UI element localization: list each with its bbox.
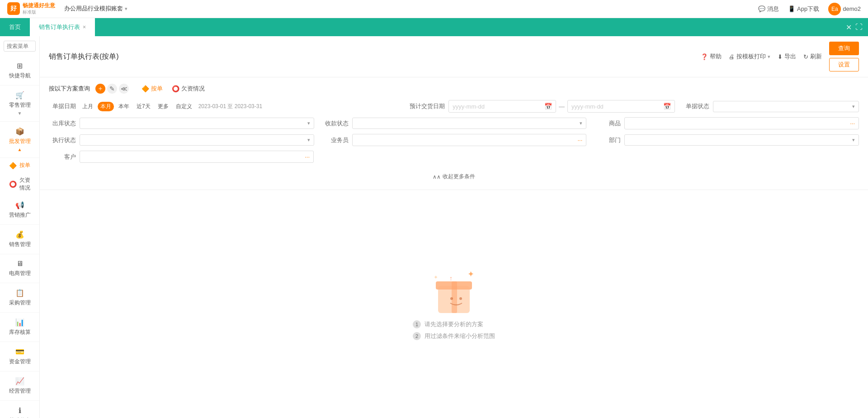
date-btn-last-7-days[interactable]: 近7天 [134, 102, 153, 111]
sidebar-search-area [0, 36, 39, 56]
tab-spacer [95, 18, 840, 36]
customer-ellipsis-icon: ··· [305, 153, 310, 160]
sidebar-item-basic-info[interactable]: ℹ 基础信息 [0, 401, 39, 418]
sidebar-sub-item-order[interactable]: 🔶 按单 [0, 158, 39, 173]
goods-label: 商品 [594, 119, 621, 128]
date-end-icon: 📅 [663, 103, 671, 110]
date-btn-this-year[interactable]: 本年 [116, 102, 132, 111]
date-btn-last-month[interactable]: 上月 [80, 102, 96, 111]
window-expand-icon[interactable]: ⛶ [855, 23, 863, 31]
wholesale-icon: 📦 [15, 127, 24, 136]
plan-actions: ＋ ✎ ≪ [95, 84, 129, 94]
company-name[interactable]: 办公用品行业模拟账套 ▾ [64, 5, 127, 13]
nav-tabs: 首页 销售订单执行表 × ✕ ⛶ [0, 18, 868, 36]
date-separator: — [559, 103, 565, 110]
receipt-status-select[interactable]: ▾ [352, 118, 587, 129]
operation-icon: 📈 [15, 377, 24, 385]
empty-illustration: ✦ ✦ ↑ [431, 268, 476, 313]
empty-hint-1: 1 请先选择要分析的方案 [413, 320, 495, 328]
plan-sub-order-icon: 🔶 [142, 85, 149, 92]
collapse-btn[interactable]: ∧∧ 收起更多条件 [49, 169, 859, 184]
date-btn-custom[interactable]: 自定义 [173, 102, 195, 111]
sidebar-item-operation[interactable]: 📈 经营管理 [0, 371, 39, 401]
sidebar-item-ecommerce[interactable]: 🖥 电商管理 [0, 254, 39, 283]
svg-text:✦: ✦ [467, 270, 474, 279]
debt-sub-icon: ⭕ [9, 180, 17, 188]
filter-row-3: 执行状态 ▾ 业务员 ··· 部门 [49, 134, 859, 146]
message-icon: 💬 [758, 5, 765, 12]
page-title: 销售订单执行表(按单) [49, 52, 119, 67]
plan-collapse-button[interactable]: ≪ [119, 84, 129, 94]
date-end-input[interactable]: yyyy-mm-dd 📅 [567, 100, 675, 113]
sidebar-item-inventory[interactable]: 📊 库存核算 [0, 313, 39, 342]
refresh-icon: ↻ [803, 53, 808, 60]
plan-label: 按以下方案查询 [49, 85, 90, 93]
ecommerce-icon: 🖥 [16, 260, 24, 268]
filter-panel: 按以下方案查询 ＋ ✎ ≪ 🔶 按单 ⭕ 欠资情况 [40, 77, 868, 190]
date-btn-this-month[interactable]: 本月 [98, 102, 114, 111]
tab-sales-order-exec[interactable]: 销售订单执行表 × [30, 18, 95, 36]
out-status-label: 出库状态 [49, 119, 76, 128]
goods-input[interactable]: ··· [624, 117, 859, 129]
filter-row-2: 出库状态 ▾ 收款状态 ▾ 商品 [49, 117, 859, 129]
message-nav-item[interactable]: 💬 消息 [758, 5, 779, 13]
logo-sub: 标准版 [23, 9, 55, 15]
company-chevron-icon: ▾ [125, 6, 127, 12]
date-field: 单据日期 上月 本月 本年 近7天 更多 自定义 2023-03-01 至 20… [49, 102, 402, 111]
plan-add-button[interactable]: ＋ [95, 84, 105, 94]
top-bar: 好 畅捷通好生意 标准版 办公用品行业模拟账套 ▾ 💬 消息 📱 App下载 E… [0, 0, 868, 18]
order-status-chevron-icon: ▾ [852, 104, 855, 109]
receipt-status-field: 收款状态 ▾ [321, 118, 587, 129]
tab-home[interactable]: 首页 [0, 18, 30, 36]
main-layout: ⊞ 快捷导航 🛒 零售管理 ▼ 📦 批发管理 ▲ 🔶 按单 ⭕ 欠资情况 📢 营… [0, 36, 868, 418]
export-action[interactable]: ⬇ 导出 [778, 52, 796, 61]
search-input[interactable] [4, 41, 36, 52]
plan-sub-item-debt[interactable]: ⭕ 欠资情况 [168, 83, 208, 95]
app-download-nav-item[interactable]: 📱 App下载 [788, 5, 819, 13]
date-start-input[interactable]: yyyy-mm-dd 📅 [448, 100, 556, 113]
sidebar-item-finance[interactable]: 💳 资金管理 [0, 342, 39, 371]
print-icon: 🖨 [729, 53, 735, 60]
sidebar-item-wholesale[interactable]: 📦 批发管理 ▲ [0, 122, 39, 158]
customer-label: 客户 [49, 153, 76, 161]
svg-rect-2 [452, 281, 457, 313]
customer-input[interactable]: ··· [80, 151, 314, 163]
exec-status-select[interactable]: ▾ [80, 134, 314, 146]
help-action[interactable]: ❓ 帮助 [701, 52, 722, 61]
user-profile[interactable]: Ea demo2 [828, 3, 861, 15]
filter-rows: 单据日期 上月 本月 本年 近7天 更多 自定义 2023-03-01 至 20… [49, 100, 859, 184]
plan-sub-debt-icon: ⭕ [172, 85, 179, 92]
sidebar-item-quick-nav[interactable]: ⊞ 快捷导航 [0, 56, 39, 86]
quick-nav-icon: ⊞ [17, 62, 23, 70]
query-button[interactable]: 查询 [829, 42, 859, 55]
print-chevron-icon: ▾ [768, 54, 770, 60]
out-status-select[interactable]: ▾ [80, 118, 314, 129]
empty-hint-2: 2 用过滤条件来缩小分析范围 [413, 332, 495, 340]
date-btn-more[interactable]: 更多 [155, 102, 171, 111]
svg-point-5 [450, 297, 453, 300]
help-icon: ❓ [701, 53, 708, 60]
exec-status-chevron-icon: ▾ [307, 137, 310, 143]
dept-label: 部门 [594, 136, 621, 144]
sidebar-sub-item-debt[interactable]: ⭕ 欠资情况 [0, 173, 39, 195]
settings-button[interactable]: 设置 [829, 58, 859, 71]
sidebar-item-purchase[interactable]: 📋 采购管理 [0, 283, 39, 313]
refresh-action[interactable]: ↻ 刷新 [803, 52, 822, 61]
template-print-action[interactable]: 🖨 按模板打印 ▾ [729, 52, 770, 61]
sidebar-item-retail[interactable]: 🛒 零售管理 ▼ [0, 86, 39, 122]
dept-select[interactable]: ▾ [624, 134, 859, 146]
order-status-select[interactable]: ▾ [713, 101, 859, 112]
salesperson-ellipsis-icon: ··· [578, 137, 583, 143]
salesperson-input[interactable]: ··· [352, 134, 587, 146]
tab-close-icon[interactable]: × [83, 24, 86, 30]
query-action-group: 查询 设置 [829, 42, 859, 71]
plan-sub-item-order[interactable]: 🔶 按单 [138, 83, 166, 95]
plan-edit-button[interactable]: ✎ [107, 84, 117, 94]
window-close-icon[interactable]: ✕ [846, 23, 852, 32]
filter-row-4: 客户 ··· [49, 151, 859, 163]
salesperson-field: 业务员 ··· [321, 134, 587, 146]
page-header: 销售订单执行表(按单) ❓ 帮助 🖨 按模板打印 ▾ ⬇ 导出 ↻ 刷新 [40, 36, 868, 77]
sidebar-item-marketing[interactable]: 📢 营销推广 [0, 195, 39, 225]
sidebar-item-sales[interactable]: 💰 销售管理 [0, 225, 39, 254]
top-bar-right: 💬 消息 📱 App下载 Ea demo2 [758, 3, 861, 15]
